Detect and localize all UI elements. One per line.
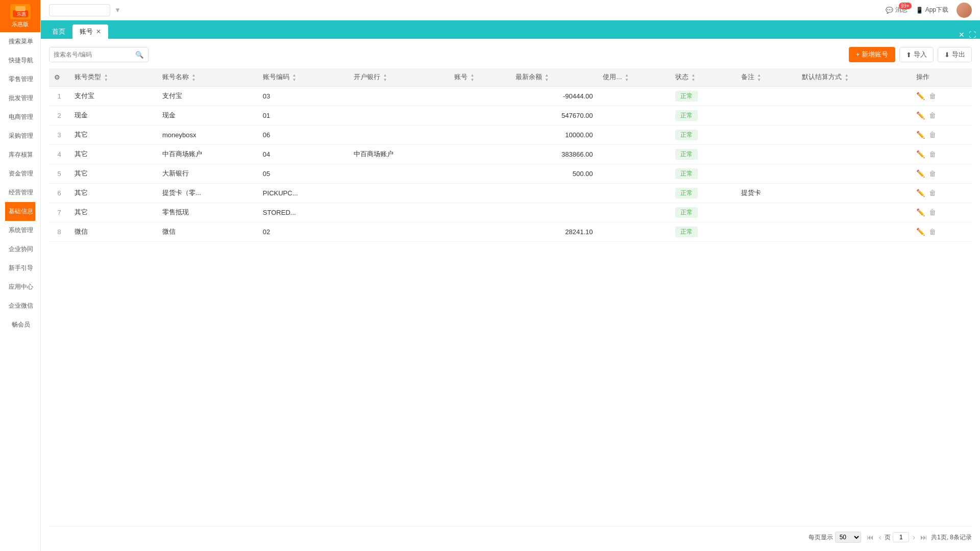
- table-row: 7 其它 零售抵现 STORED... 正常 ✏️ 🗑: [49, 203, 972, 222]
- delete-icon[interactable]: 🗑: [929, 150, 936, 158]
- footer: 每页显示 50 100 200 ⏮ ‹ 页 › ⏭ 共1页, 8条记录: [49, 526, 972, 543]
- topbar-search-input[interactable]: [49, 4, 110, 16]
- sidebar-item-7[interactable]: 资金管理: [5, 164, 35, 183]
- col-default-payment[interactable]: 默认结算方式 ▲▼: [797, 68, 911, 86]
- import-button[interactable]: ⬆ 导入: [899, 47, 934, 62]
- edit-icon[interactable]: ✏️: [916, 169, 925, 178]
- col-use[interactable]: 使用... ▲▼: [598, 68, 670, 86]
- delete-icon[interactable]: 🗑: [929, 92, 936, 100]
- edit-icon[interactable]: ✏️: [916, 189, 925, 197]
- sidebar-item-8[interactable]: 经营管理: [5, 183, 35, 202]
- col-balance[interactable]: 最新余额 ▲▼: [510, 68, 598, 86]
- export-icon: ⬇: [944, 51, 950, 59]
- sidebar-item-0[interactable]: 搜索菜单: [5, 32, 35, 51]
- sidebar-item-10[interactable]: 系统管理: [5, 221, 35, 240]
- cell-remark: [736, 164, 797, 183]
- cell-bank: [349, 222, 449, 241]
- cell-account: [449, 86, 510, 106]
- cell-type: 微信: [69, 222, 157, 241]
- delete-icon[interactable]: 🗑: [929, 228, 936, 236]
- search-button[interactable]: 🔍: [131, 51, 148, 59]
- cell-remark: [736, 203, 797, 222]
- avatar[interactable]: [957, 3, 972, 18]
- col-bank[interactable]: 开户银行 ▲▼: [349, 68, 449, 86]
- delete-icon[interactable]: 🗑: [929, 208, 936, 216]
- col-name[interactable]: 账号名称 ▲▼: [157, 68, 258, 86]
- col-account[interactable]: 账号 ▲▼: [449, 68, 510, 86]
- last-page-button[interactable]: ⏭: [919, 533, 929, 541]
- edit-icon[interactable]: ✏️: [916, 150, 925, 158]
- col-type[interactable]: 账号类型 ▲▼: [69, 68, 157, 86]
- sidebar-item-12[interactable]: 新手引导: [5, 259, 35, 278]
- sidebar-item-1[interactable]: 快捷导航: [5, 51, 35, 70]
- tab-close-icon[interactable]: ✕: [96, 29, 101, 35]
- sidebar-item-11[interactable]: 企业协同: [5, 240, 35, 259]
- cell-remark: [736, 86, 797, 106]
- status-badge: 正常: [675, 227, 698, 237]
- edit-icon[interactable]: ✏️: [916, 131, 925, 139]
- delete-icon[interactable]: 🗑: [929, 111, 936, 119]
- cell-account: [449, 144, 510, 164]
- sidebar-item-15[interactable]: 畅会员: [5, 315, 35, 334]
- sidebar-item-5[interactable]: 采购管理: [5, 127, 35, 145]
- edit-icon[interactable]: ✏️: [916, 111, 925, 119]
- phone-icon: 📱: [916, 7, 923, 14]
- page-input[interactable]: [893, 532, 909, 542]
- search-input[interactable]: [50, 51, 131, 58]
- cell-use: [598, 164, 670, 183]
- col-action: 操作: [911, 68, 972, 86]
- tab-account[interactable]: 账号 ✕: [72, 24, 108, 39]
- sidebar-item-9[interactable]: 基础信息: [5, 202, 35, 221]
- delete-icon[interactable]: 🗑: [929, 169, 936, 178]
- sidebar-item-13[interactable]: 应用中心: [5, 278, 35, 296]
- cell-type: 其它: [69, 144, 157, 164]
- cell-type: 支付宝: [69, 86, 157, 106]
- cell-use: [598, 125, 670, 144]
- app-download-button[interactable]: 📱 App下载: [916, 6, 948, 14]
- cell-use: [598, 222, 670, 241]
- first-page-button[interactable]: ⏮: [865, 533, 875, 541]
- edit-icon[interactable]: ✏️: [916, 92, 925, 100]
- export-label: 导出: [952, 50, 965, 59]
- cell-action: ✏️ 🗑: [911, 144, 972, 164]
- col-settings[interactable]: ⚙: [49, 68, 69, 86]
- cell-account: [449, 222, 510, 241]
- page-label: 页: [885, 533, 891, 542]
- cell-no: 6: [49, 183, 69, 203]
- cell-status: 正常: [670, 222, 736, 241]
- cell-bank: [349, 183, 449, 203]
- topbar-dropdown-icon[interactable]: ▼: [114, 6, 121, 14]
- tab-close-all-icon[interactable]: ✕: [959, 31, 965, 39]
- edit-icon[interactable]: ✏️: [916, 208, 925, 216]
- col-code[interactable]: 账号编码 ▲▼: [258, 68, 349, 86]
- topbar: ▼ 💬 消息 99+ 📱 App下载: [41, 0, 980, 20]
- table-row: 3 其它 moneybosx 06 10000.00 正常 ✏️ 🗑: [49, 125, 972, 144]
- table-row: 1 支付宝 支付宝 03 -90444.00 正常 ✏️ 🗑: [49, 86, 972, 106]
- cell-type: 其它: [69, 125, 157, 144]
- per-page-select[interactable]: 50 100 200: [835, 532, 861, 543]
- tab-expand-icon[interactable]: ⛶: [969, 31, 976, 39]
- delete-icon[interactable]: 🗑: [929, 189, 936, 197]
- col-status[interactable]: 状态 ▲▼: [670, 68, 736, 86]
- sidebar-item-4[interactable]: 电商管理: [5, 108, 35, 127]
- cell-bank: 中百商场账户: [349, 144, 449, 164]
- next-page-button[interactable]: ›: [911, 533, 917, 541]
- cell-name: moneybosx: [157, 125, 258, 144]
- edit-icon[interactable]: ✏️: [916, 228, 925, 236]
- logo-icon: 乐惠: [10, 4, 31, 19]
- message-button[interactable]: 💬 消息 99+: [886, 6, 908, 14]
- table-container: ⚙ 账号类型 ▲▼ 账号名称 ▲▼ 账号编码 ▲▼ 开户银行 ▲▼ 账号 ▲▼ …: [49, 68, 972, 526]
- sidebar-item-2[interactable]: 零售管理: [5, 70, 35, 89]
- export-button[interactable]: ⬇ 导出: [938, 47, 972, 62]
- cell-action: ✏️ 🗑: [911, 222, 972, 241]
- cell-status: 正常: [670, 106, 736, 125]
- prev-page-button[interactable]: ‹: [877, 533, 883, 541]
- table-header-row: ⚙ 账号类型 ▲▼ 账号名称 ▲▼ 账号编码 ▲▼ 开户银行 ▲▼ 账号 ▲▼ …: [49, 68, 972, 86]
- delete-icon[interactable]: 🗑: [929, 131, 936, 139]
- tab-home[interactable]: 首页: [45, 24, 72, 39]
- sidebar-item-6[interactable]: 库存核算: [5, 145, 35, 164]
- sidebar-item-14[interactable]: 企业微信: [5, 296, 35, 315]
- sidebar-item-3[interactable]: 批发管理: [5, 89, 35, 108]
- add-account-button[interactable]: + 新增账号: [849, 47, 895, 62]
- col-remark[interactable]: 备注 ▲▼: [736, 68, 797, 86]
